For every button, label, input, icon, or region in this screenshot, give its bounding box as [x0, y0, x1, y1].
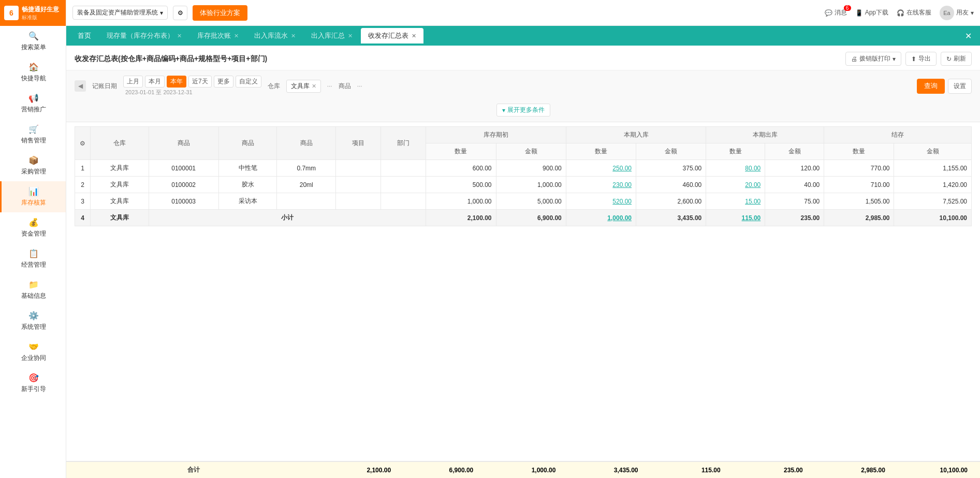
- avatar: Ea: [940, 6, 954, 20]
- page-header: 收发存汇总表(按仓库+商品编码+商品+规格型号+项目+部门) 🖨 拨销版打印 ▾…: [66, 46, 980, 70]
- cell-subtotal-label: 小计: [149, 210, 426, 226]
- export-button[interactable]: ⬆ 导出: [905, 52, 937, 66]
- tab-home[interactable]: 首页: [70, 28, 98, 44]
- sidebar-item-finance[interactable]: 💰资金管理: [0, 212, 66, 243]
- table-row: 3 文具库 0100003 采访本 1,000.00 5,000.00 520.…: [75, 193, 972, 210]
- cell-out-amt: 75.00: [765, 193, 824, 210]
- sidebar-item-guide[interactable]: 🎯新手引导: [0, 368, 66, 399]
- cell-sub-open-qty: 2,100.00: [426, 210, 496, 226]
- expand-conditions-button[interactable]: ▾ 展开更多条件: [496, 104, 550, 117]
- col-out: 本期出库: [706, 127, 824, 143]
- cell-out-qty[interactable]: 20.00: [706, 177, 765, 193]
- footer-out-qty: 115.00: [642, 467, 725, 474]
- sidebar-item-marketing[interactable]: 📢营销推广: [0, 88, 66, 119]
- sidebar-item-enterprise[interactable]: 🤝企业协同: [0, 337, 66, 368]
- tab-close-batch[interactable]: ✕: [234, 33, 239, 39]
- tab-close-summary[interactable]: ✕: [348, 33, 353, 39]
- cell-open-qty: 1,000.00: [426, 193, 496, 210]
- filter-settings-button[interactable]: 设置: [948, 79, 972, 94]
- filter-action-buttons: 查询 设置: [917, 79, 972, 94]
- sidebar-item-basic[interactable]: 📁基础信息: [0, 274, 66, 306]
- system-icon: ⚙️: [28, 311, 39, 321]
- cell-name: 采访本: [218, 193, 277, 210]
- message-badge: 6: [844, 5, 851, 11]
- goods-selector[interactable]: ···: [357, 82, 362, 90]
- table-row: 2 文具库 0100002 胶水 20ml 500.00 1,000.00 23…: [75, 177, 972, 193]
- sidebar-item-purchase[interactable]: 📦采购管理: [0, 150, 66, 181]
- sidebar-item-inventory[interactable]: 📊库存核算: [0, 181, 66, 212]
- warehouse-more[interactable]: ···: [327, 82, 332, 90]
- date-btn-本月[interactable]: 本月: [145, 76, 165, 88]
- message-icon: 💬: [825, 9, 832, 17]
- tab-close-collect-summary[interactable]: ✕: [412, 33, 416, 39]
- tab-flow[interactable]: 出入库流水✕: [247, 28, 303, 44]
- sidebar-item-system[interactable]: ⚙️系统管理: [0, 306, 66, 337]
- cell-in-qty[interactable]: 230.00: [566, 177, 636, 193]
- cell-out-qty[interactable]: 15.00: [706, 193, 765, 210]
- sidebar-item-sales[interactable]: 🛒销售管理: [0, 119, 66, 150]
- settings-icon[interactable]: ⚙: [173, 6, 187, 20]
- cell-open-qty: 600.00: [426, 160, 496, 177]
- col-code: 商品: [149, 127, 218, 160]
- cell-bal-amt: 1,420.00: [894, 177, 972, 193]
- query-button[interactable]: 查询: [917, 79, 945, 94]
- cell-sub-out-qty[interactable]: 115.00: [706, 210, 765, 226]
- cell-code: 0100002: [149, 177, 218, 193]
- marketing-icon: 📢: [28, 93, 39, 103]
- tab-close-stock-dist[interactable]: ✕: [177, 33, 182, 39]
- footer-open-qty: 2,100.00: [313, 467, 395, 474]
- print-icon: 🖨: [851, 55, 857, 63]
- system-selector[interactable]: 装备及固定资产辅助管理系统 ▾: [72, 6, 168, 20]
- sidebar-item-label: 企业协同: [21, 354, 46, 363]
- cell-sub-in-qty[interactable]: 1,000.00: [566, 210, 636, 226]
- date-btn-近7天[interactable]: 近7天: [188, 76, 212, 88]
- tab-collect-summary[interactable]: 收发存汇总表✕: [361, 28, 423, 44]
- cell-in-qty[interactable]: 250.00: [566, 160, 636, 177]
- sidebar-item-quick[interactable]: 🏠快捷导航: [0, 57, 66, 88]
- table-footer: 合计 2,100.00 6,900.00 1,000.00 3,435.00 1…: [66, 461, 980, 478]
- date-btn-更多[interactable]: 更多: [214, 76, 233, 88]
- headset-icon: 🎧: [897, 9, 904, 17]
- tab-close-flow[interactable]: ✕: [291, 33, 296, 39]
- col-bal-amt: 金额: [894, 143, 972, 160]
- trial-button[interactable]: 体验行业方案: [193, 5, 247, 21]
- date-btn-上月[interactable]: 上月: [123, 76, 143, 88]
- tab-label: 首页: [78, 31, 91, 40]
- sidebar-item-label: 资金管理: [21, 229, 46, 238]
- gear-icon[interactable]: ⚙: [80, 140, 85, 147]
- system-name: 装备及固定资产辅助管理系统: [77, 8, 158, 17]
- print-button[interactable]: 🖨 拨销版打印 ▾: [845, 52, 901, 66]
- column-settings[interactable]: ⚙: [75, 127, 91, 160]
- close-all-tabs-button[interactable]: ✕: [961, 31, 976, 41]
- col-spec: 商品: [277, 127, 336, 160]
- warehouse-filter-tag[interactable]: 文具库 ✕: [286, 80, 321, 93]
- col-out-amt: 金额: [765, 143, 824, 160]
- online-service-button[interactable]: 🎧 在线客服: [897, 8, 931, 17]
- cell-index: 3: [75, 193, 91, 210]
- sidebar-item-operation[interactable]: 📋经营管理: [0, 243, 66, 274]
- cell-in-qty[interactable]: 520.00: [566, 193, 636, 210]
- date-label: 记账日期: [92, 82, 117, 91]
- footer-open-amt: 6,900.00: [395, 467, 477, 474]
- chevron-down-icon: ▾: [893, 55, 896, 63]
- tabbar: 首页现存量（库存分布表）✕库存批次账✕出入库流水✕出入库汇总✕收发存汇总表✕ ✕: [66, 26, 980, 46]
- filter-toggle-button[interactable]: ◀: [75, 80, 86, 92]
- refresh-button[interactable]: ↻ 刷新: [941, 52, 972, 66]
- user-menu[interactable]: Ea 用友 ▾: [940, 6, 974, 20]
- sidebar-item-search[interactable]: 🔍搜索菜单: [0, 26, 66, 57]
- date-btn-自定义[interactable]: 自定义: [236, 76, 261, 88]
- sidebar-item-label: 新手引导: [21, 385, 46, 394]
- tab-stock-dist[interactable]: 现存量（库存分布表）✕: [99, 28, 189, 44]
- warehouse-tag-close[interactable]: ✕: [312, 83, 316, 90]
- cell-warehouse: 文具库: [91, 160, 149, 177]
- tab-batch[interactable]: 库存批次账✕: [190, 28, 246, 44]
- message-button[interactable]: 💬 消息 6: [825, 8, 847, 17]
- app-download-button[interactable]: 📱 App下载: [855, 8, 888, 17]
- chevron-down-icon: ▾: [971, 9, 974, 17]
- cell-out-qty[interactable]: 80.00: [706, 160, 765, 177]
- page-content: 收发存汇总表(按仓库+商品编码+商品+规格型号+项目+部门) 🖨 拨销版打印 ▾…: [66, 46, 980, 478]
- date-btn-本年[interactable]: 本年: [167, 76, 186, 88]
- tab-summary[interactable]: 出入库汇总✕: [304, 28, 360, 44]
- cell-spec: 20ml: [277, 177, 336, 193]
- cell-sub-out-amt: 235.00: [765, 210, 824, 226]
